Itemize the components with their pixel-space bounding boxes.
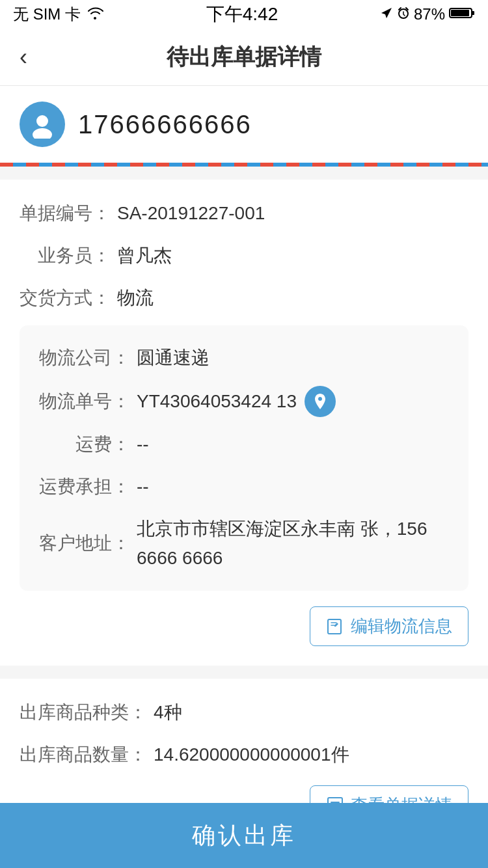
delivery-method-value: 物流	[111, 284, 468, 313]
product-type-row: 出库商品种类： 4种	[20, 698, 468, 727]
edit-logistics-button[interactable]: 编辑物流信息	[310, 606, 468, 646]
status-right: 87%	[380, 5, 475, 23]
customer-address-label: 客户地址：	[39, 529, 130, 558]
delivery-method-label: 交货方式：	[20, 284, 111, 313]
freight-label: 运费：	[39, 430, 130, 459]
sales-person-label: 业务员：	[20, 241, 111, 271]
logistics-company-row: 物流公司： 圆通速递	[39, 344, 449, 373]
status-bar: 无 SIM 卡 下午4:42 87%	[0, 0, 488, 29]
document-number-value: SA-20191227-001	[111, 199, 468, 228]
edit-btn-container: 编辑物流信息	[20, 606, 468, 646]
tracking-location-button[interactable]	[305, 386, 336, 417]
basic-info-section: 单据编号： SA-20191227-001 业务员： 曾凡杰 交货方式： 物流 …	[0, 180, 488, 666]
nav-bar: ‹ 待出库单据详情	[0, 29, 488, 86]
page-title: 待出库单据详情	[167, 42, 321, 72]
tracking-number-value: YT43064053424 13	[130, 386, 449, 417]
svg-rect-3	[451, 10, 469, 16]
product-quantity-value: 14.620000000000001件	[147, 740, 468, 770]
svg-point-4	[36, 115, 48, 127]
dashed-divider	[0, 163, 488, 167]
carrier-text: 无 SIM 卡	[13, 4, 81, 25]
product-type-value: 4种	[147, 698, 468, 727]
user-phone: 17666666666	[78, 110, 252, 139]
customer-address-value: 北京市市辖区海淀区永丰南 张，156 6666 6666	[130, 515, 449, 573]
wifi-icon	[86, 5, 104, 23]
document-number-row: 单据编号： SA-20191227-001	[20, 199, 468, 228]
freight-bear-row: 运费承担： --	[39, 472, 449, 502]
freight-bear-label: 运费承担：	[39, 472, 130, 502]
product-quantity-row: 出库商品数量： 14.620000000000001件	[20, 740, 468, 770]
customer-address-row: 客户地址： 北京市市辖区海淀区永丰南 张，156 6666 6666	[39, 515, 449, 573]
freight-value: --	[130, 430, 449, 459]
status-time: 下午4:42	[206, 2, 278, 27]
battery-icon	[449, 5, 475, 23]
tracking-number-label: 物流单号：	[39, 387, 130, 416]
user-header: 17666666666	[0, 86, 488, 163]
freight-row: 运费： --	[39, 430, 449, 459]
user-avatar	[20, 102, 65, 147]
delivery-method-row: 交货方式： 物流	[20, 284, 468, 313]
edit-logistics-label: 编辑物流信息	[351, 615, 452, 638]
logistics-company-label: 物流公司：	[39, 344, 130, 373]
confirm-outbound-label: 确认出库	[192, 820, 296, 852]
svg-point-5	[33, 128, 52, 139]
battery-percent: 87%	[414, 5, 445, 23]
tracking-number-row: 物流单号： YT43064053424 13	[39, 386, 449, 417]
back-button[interactable]: ‹	[20, 44, 59, 71]
confirm-outbound-button[interactable]: 确认出库	[0, 803, 488, 868]
svg-rect-2	[472, 11, 474, 15]
sales-person-value: 曾凡杰	[111, 241, 468, 271]
alarm-icon	[397, 5, 410, 23]
logistics-company-value: 圆通速递	[130, 344, 449, 373]
freight-bear-value: --	[130, 472, 449, 502]
location-arrow-icon	[380, 5, 393, 23]
product-quantity-label: 出库商品数量：	[20, 740, 147, 770]
document-number-label: 单据编号：	[20, 199, 111, 228]
status-left: 无 SIM 卡	[13, 4, 104, 25]
sales-person-row: 业务员： 曾凡杰	[20, 241, 468, 271]
logistics-card: 物流公司： 圆通速递 物流单号： YT43064053424 13 运费： --…	[20, 325, 468, 591]
product-type-label: 出库商品种类：	[20, 698, 147, 727]
